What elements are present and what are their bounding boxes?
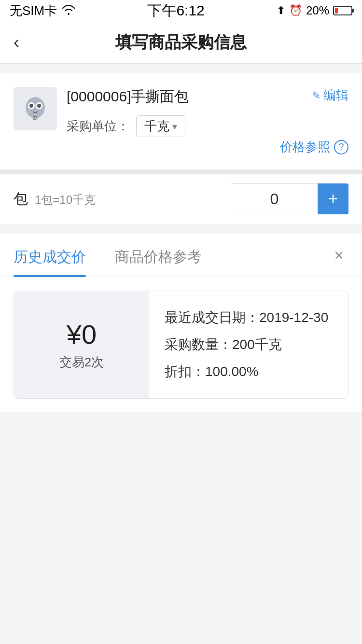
discount-label: 折扣： <box>165 364 205 379</box>
qty-input[interactable] <box>231 183 318 214</box>
price-card: ¥0 交易2次 最近成交日期：2019-12-30 采购数量：200千克 折扣：… <box>14 291 348 399</box>
alarm-icon: ⏰ <box>289 4 302 17</box>
product-unit-row: 采购单位： 千克 ▾ <box>67 115 189 137</box>
price-ref-button[interactable]: 价格参照 <box>280 139 330 155</box>
product-right: ✎ 编辑 价格参照 ? <box>280 87 348 155</box>
product-thumbnail-icon: 数 <box>21 92 50 126</box>
tab-product-price-ref[interactable]: 商品价格参考 <box>115 234 202 277</box>
qty-divider <box>0 170 362 174</box>
tab-history-price[interactable]: 历史成交价 <box>14 234 86 277</box>
product-left: 数 [0000006]手撕面包 采购单位： 千克 ▾ <box>14 87 189 137</box>
qty-sub-label: 1包=10千克 <box>35 192 96 208</box>
status-time: 下午6:12 <box>147 1 204 21</box>
quantity-value: 200千克 <box>232 337 282 352</box>
svg-point-4 <box>37 104 41 108</box>
price-right-panel: 最近成交日期：2019-12-30 采购数量：200千克 折扣：100.00% <box>149 291 348 398</box>
quantity-label: 采购数量： <box>165 337 232 352</box>
page-title: 填写商品采购信息 <box>115 31 247 54</box>
price-ref-row: 价格参照 ? <box>280 139 348 155</box>
qty-plus-button[interactable]: + <box>318 183 348 214</box>
product-info: [0000006]手撕面包 采购单位： 千克 ▾ <box>67 87 189 137</box>
nav-bar: ‹ 填写商品采购信息 <box>0 21 362 64</box>
wifi-icon <box>62 3 75 18</box>
unit-label: 采购单位： <box>67 118 129 135</box>
status-left: 无SIM卡 <box>10 2 75 19</box>
price-left-panel: ¥0 交易2次 <box>14 291 149 398</box>
edit-icon: ✎ <box>312 89 320 102</box>
product-card: 数 [0000006]手撕面包 采购单位： 千克 ▾ ✎ 编辑 <box>0 73 362 169</box>
product-name: [0000006]手撕面包 <box>67 87 189 107</box>
product-top: 数 [0000006]手撕面包 采购单位： 千克 ▾ ✎ 编辑 <box>14 87 348 155</box>
svg-point-3 <box>29 104 33 108</box>
battery-pct: 20% <box>306 4 329 17</box>
qty-left: 包 1包=10千克 <box>14 189 96 209</box>
tab-items: 历史成交价 商品价格参考 <box>14 234 202 277</box>
price-amount: ¥0 <box>67 319 97 350</box>
purchase-qty-line: 采购数量：200千克 <box>165 336 333 354</box>
price-value: 0 <box>82 319 97 350</box>
currency-symbol: ¥ <box>67 319 82 350</box>
discount-line: 折扣：100.00% <box>165 363 333 381</box>
edit-label: 编辑 <box>323 87 348 104</box>
price-card-container: ¥0 交易2次 最近成交日期：2019-12-30 采购数量：200千克 折扣：… <box>0 277 362 412</box>
content-area <box>0 412 362 644</box>
status-right: ⬆ ⏰ 20% <box>277 4 352 17</box>
back-button[interactable]: ‹ <box>14 32 19 53</box>
carrier-text: 无SIM卡 <box>10 2 57 19</box>
recent-date-line: 最近成交日期：2019-12-30 <box>165 308 333 327</box>
status-bar: 无SIM卡 下午6:12 ⬆ ⏰ 20% <box>0 0 362 21</box>
discount-value: 100.00% <box>205 364 259 379</box>
price-trades: 交易2次 <box>59 354 104 371</box>
svg-text:数: 数 <box>33 115 38 120</box>
battery-icon <box>333 6 352 15</box>
tab-bar: 历史成交价 商品价格参考 × <box>0 234 362 277</box>
location-icon: ⬆ <box>277 4 285 17</box>
unit-value: 千克 <box>144 118 169 135</box>
dropdown-arrow-icon: ▾ <box>172 121 177 132</box>
qty-row: 包 1包=10千克 + <box>0 174 362 224</box>
qty-label: 包 <box>14 189 28 209</box>
qty-control: + <box>231 183 348 214</box>
edit-button[interactable]: ✎ 编辑 <box>312 87 348 104</box>
help-icon[interactable]: ? <box>334 140 348 154</box>
recent-date-label: 最近成交日期： <box>165 310 259 325</box>
unit-dropdown[interactable]: 千克 ▾ <box>136 115 185 137</box>
recent-date-value: 2019-12-30 <box>259 310 328 325</box>
product-image: 数 <box>14 87 57 130</box>
quantity-section: 包 1包=10千克 + <box>0 170 362 224</box>
tab-section: 历史成交价 商品价格参考 × ¥0 交易2次 最近成交日期：2019-12-30… <box>0 234 362 412</box>
tab-close-button[interactable]: × <box>329 241 348 269</box>
